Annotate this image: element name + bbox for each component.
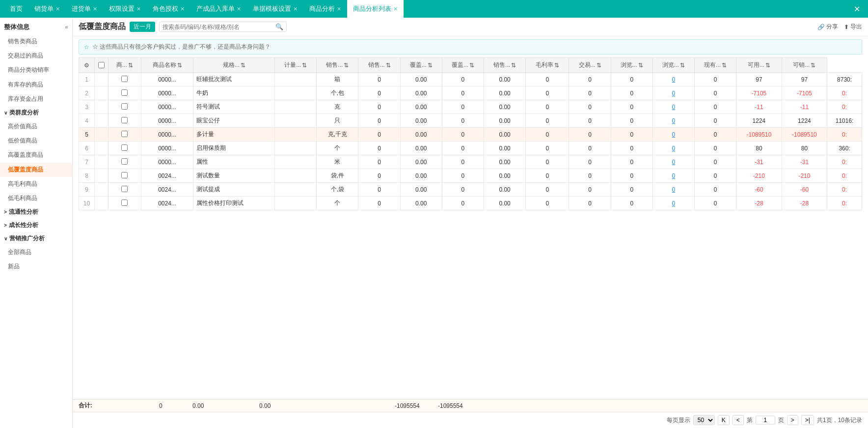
col-sellable[interactable]: 可销... ⇅ xyxy=(782,58,827,73)
cell-browse1-6[interactable]: 0 xyxy=(652,155,694,169)
sidebar-item-low-profit[interactable]: 低毛利商品 xyxy=(0,191,72,205)
nav-product-stock[interactable]: 产成品入库单 ✕ xyxy=(190,0,247,18)
row-checkbox-2[interactable] xyxy=(121,103,128,110)
col-settings[interactable]: ⚙ xyxy=(79,58,95,73)
browse1-link-3[interactable]: 0 xyxy=(672,117,676,124)
cell-checkbox-4[interactable] xyxy=(108,128,141,142)
sidebar-item-sales-goods[interactable]: 销售类商品 xyxy=(0,34,72,49)
nav-product-analysis-list-close[interactable]: ✕ xyxy=(393,6,398,12)
sidebar-item-category-rate[interactable]: 商品分类动销率 xyxy=(0,63,72,77)
browse1-link-1[interactable]: 0 xyxy=(672,90,676,97)
nav-template-close[interactable]: ✕ xyxy=(293,6,298,12)
nav-product-stock-close[interactable]: ✕ xyxy=(237,6,241,12)
prev-page-button[interactable]: < xyxy=(732,415,744,425)
nav-role-auth[interactable]: 角色授权 ✕ xyxy=(147,0,190,18)
nav-product-analysis[interactable]: 商品分析 ✕ xyxy=(303,0,347,18)
col-checkbox[interactable] xyxy=(95,58,108,73)
col-name[interactable]: 商品名称 ⇅ xyxy=(141,58,193,73)
cell-checkbox-5[interactable] xyxy=(108,142,141,155)
cell-checkbox-1[interactable] xyxy=(108,86,141,100)
col-code[interactable]: 商... ⇅ xyxy=(108,58,141,73)
cell-checkbox-6[interactable] xyxy=(108,155,141,169)
col-usable-stock[interactable]: 可用... ⇅ xyxy=(736,58,782,73)
cell-checkbox-0[interactable] xyxy=(108,73,141,86)
cell-checkbox-9[interactable] xyxy=(108,197,141,210)
nav-product-analysis-close[interactable]: ✕ xyxy=(337,6,341,12)
col-unit[interactable]: 计量... ⇅ xyxy=(275,58,317,73)
first-page-button[interactable]: K xyxy=(718,415,730,425)
col-browse2[interactable]: 浏览... ⇅ xyxy=(652,58,694,73)
search-box[interactable]: 🔍 xyxy=(159,22,287,32)
nav-product-analysis-list[interactable]: 商品分析列表 ✕ xyxy=(347,0,404,18)
last-page-button[interactable]: >| xyxy=(801,415,814,425)
nav-purchase-order-close[interactable]: ✕ xyxy=(93,6,97,12)
browse1-link-8[interactable]: 0 xyxy=(672,186,676,193)
row-checkbox-0[interactable] xyxy=(121,76,128,82)
share-button[interactable]: 🔗 分享 xyxy=(817,23,838,31)
col-current-stock[interactable]: 现有... ⇅ xyxy=(695,58,736,73)
cell-browse1-9[interactable]: 0 xyxy=(652,197,694,210)
window-close-button[interactable]: ✕ xyxy=(850,4,864,14)
sidebar-section-growth[interactable]: > 成长性分析 xyxy=(0,219,72,232)
col-trade[interactable]: 交易... ⇅ xyxy=(569,58,611,73)
browse1-link-4[interactable]: 0 xyxy=(672,131,676,138)
browse1-link-6[interactable]: 0 xyxy=(672,159,676,166)
sidebar-collapse-button[interactable]: « xyxy=(65,24,68,30)
next-page-button[interactable]: > xyxy=(787,415,798,425)
row-checkbox-5[interactable] xyxy=(121,144,128,151)
cell-browse1-2[interactable]: 0 xyxy=(652,100,694,114)
sidebar-section-cluster[interactable]: ∨ 类群度分析 xyxy=(0,106,72,119)
sidebar-header[interactable]: 整体信息 « xyxy=(0,20,72,34)
cell-browse1-1[interactable]: 0 xyxy=(652,86,694,100)
sidebar-item-all-goods[interactable]: 全部商品 xyxy=(0,245,72,259)
sidebar-item-low-coverage[interactable]: 低覆盖度商品 xyxy=(0,163,72,177)
col-sales-count[interactable]: 销售... ⇅ xyxy=(317,58,358,73)
nav-role-auth-close[interactable]: ✕ xyxy=(180,6,185,12)
row-checkbox-6[interactable] xyxy=(121,158,128,165)
nav-permission-close[interactable]: ✕ xyxy=(136,6,141,12)
row-checkbox-7[interactable] xyxy=(121,172,128,178)
sidebar-item-new-goods[interactable]: 新品 xyxy=(0,259,72,274)
cell-checkbox-2[interactable] xyxy=(108,100,141,114)
col-spec[interactable]: 规格... ⇅ xyxy=(193,58,275,73)
row-checkbox-9[interactable] xyxy=(121,200,128,206)
sidebar-item-stocked-goods[interactable]: 有库存的商品 xyxy=(0,78,72,92)
cell-checkbox-7[interactable] xyxy=(108,169,141,183)
sidebar-item-low-value[interactable]: 低价值商品 xyxy=(0,134,72,148)
cell-checkbox-8[interactable] xyxy=(108,183,141,197)
nav-sales-order[interactable]: 销货单 ✕ xyxy=(28,0,66,18)
page-size-select[interactable]: 50 xyxy=(693,415,715,425)
sidebar-item-high-coverage[interactable]: 高覆盖度商品 xyxy=(0,148,72,162)
search-input[interactable] xyxy=(163,24,275,30)
sidebar-item-stock-capital[interactable]: 库存资金占用 xyxy=(0,92,72,106)
nav-home[interactable]: 首页 xyxy=(4,0,28,18)
col-coverage2[interactable]: 覆盖... ⇅ xyxy=(442,58,484,73)
browse1-link-7[interactable]: 0 xyxy=(672,172,676,179)
page-number-input[interactable] xyxy=(756,416,775,425)
nav-purchase-order[interactable]: 进货单 ✕ xyxy=(66,0,103,18)
browse1-link-5[interactable]: 0 xyxy=(672,145,676,152)
nav-permission[interactable]: 权限设置 ✕ xyxy=(103,0,147,18)
browse1-link-9[interactable]: 0 xyxy=(672,200,676,207)
sidebar-section-flow[interactable]: > 流通性分析 xyxy=(0,205,72,219)
sidebar-section-marketing[interactable]: ∨ 营销推广分析 xyxy=(0,232,72,245)
cell-browse1-0[interactable]: 0 xyxy=(652,73,694,86)
nav-template-settings[interactable]: 单据模板设置 ✕ xyxy=(247,0,303,18)
browse1-link-0[interactable]: 0 xyxy=(672,76,676,83)
row-checkbox-1[interactable] xyxy=(121,89,128,96)
cell-browse1-5[interactable]: 0 xyxy=(652,142,694,155)
select-all-checkbox[interactable] xyxy=(98,62,105,68)
row-checkbox-3[interactable] xyxy=(121,117,128,123)
cell-browse1-8[interactable]: 0 xyxy=(652,183,694,197)
sidebar-item-traded-goods[interactable]: 交易过的商品 xyxy=(0,49,72,63)
col-coverage1[interactable]: 覆盖... ⇅ xyxy=(400,58,442,73)
row-checkbox-8[interactable] xyxy=(121,186,128,192)
col-sales-amount[interactable]: 销售... ⇅ xyxy=(358,58,400,73)
browse1-link-2[interactable]: 0 xyxy=(672,104,676,111)
col-gross-rate[interactable]: 毛利率 ⇅ xyxy=(526,58,569,73)
period-button[interactable]: 近一月 xyxy=(130,22,155,32)
export-button[interactable]: ⬆ 导出 xyxy=(844,23,862,31)
sidebar-item-high-profit[interactable]: 高毛利商品 xyxy=(0,177,72,191)
nav-sales-order-close[interactable]: ✕ xyxy=(55,6,60,12)
row-checkbox-4[interactable] xyxy=(121,131,128,137)
